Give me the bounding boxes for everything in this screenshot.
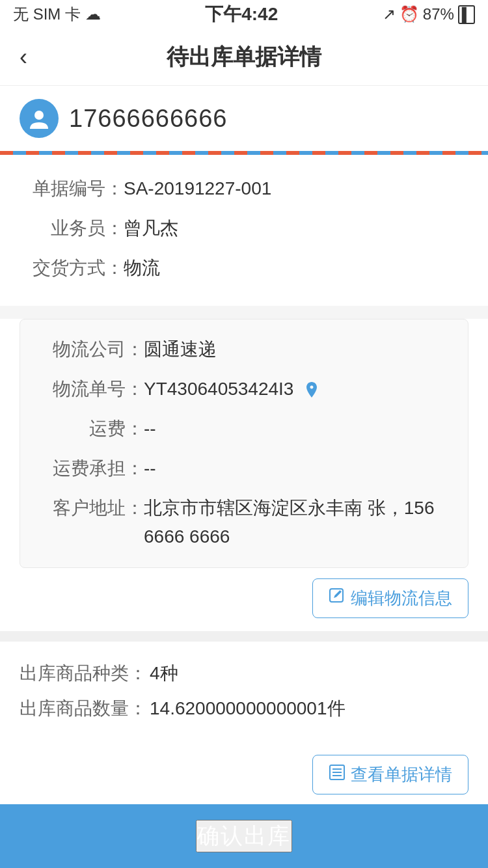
quantity-value: 14.620000000000001件 [150, 696, 346, 721]
status-right: ↗ ⏰ 87% ▌ [383, 5, 475, 24]
order-number-label: 单据编号： [20, 174, 124, 204]
types-value: 4种 [150, 661, 178, 686]
avatar [20, 99, 59, 138]
section-separator [0, 631, 488, 642]
freight-bearer-value: -- [144, 454, 448, 483]
delivery-method-label: 交货方式： [20, 254, 124, 283]
battery-icon: ▌ [458, 5, 475, 24]
logistics-box: 物流公司： 圆通速递 物流单号： YT43064053424I3 运费： -- … [20, 319, 468, 568]
order-number-row: 单据编号： SA-20191227-001 [20, 174, 468, 204]
address-row: 客户地址： 北京市市辖区海淀区永丰南 张，156 6666 6666 [40, 494, 448, 552]
alarm-icon: ⏰ [400, 5, 419, 23]
user-phone: 17666666666 [69, 105, 227, 133]
logistics-tracking-value: YT43064053424I3 [144, 375, 448, 404]
logistics-company-label: 物流公司： [40, 335, 144, 364]
svg-point-0 [34, 111, 44, 120]
user-header: 17666666666 [0, 86, 488, 151]
status-bar: 无 SIM 卡 ☁ 下午4:42 ↗ ⏰ 87% ▌ [0, 0, 488, 29]
edit-btn-wrap: 编辑物流信息 [0, 568, 488, 631]
stats-section: 出库商品种类： 4种 出库商品数量： 14.620000000000001件 [0, 642, 488, 744]
nav-bar: ‹ 待出库单据详情 [0, 29, 488, 86]
order-number-value: SA-20191227-001 [124, 174, 468, 204]
logistics-company-row: 物流公司： 圆通速递 [40, 335, 448, 364]
freight-row: 运费： -- [40, 414, 448, 444]
status-time: 下午4:42 [205, 2, 278, 27]
address-label: 客户地址： [40, 494, 144, 523]
location-icon: ↗ [383, 5, 396, 23]
delivery-method-value: 物流 [124, 254, 468, 283]
status-left: 无 SIM 卡 ☁ [13, 4, 101, 25]
delivery-method-row: 交货方式： 物流 [20, 254, 468, 283]
freight-label: 运费： [40, 414, 144, 444]
page-title: 待出库单据详情 [167, 42, 321, 72]
view-detail-button[interactable]: 查看单据详情 [312, 755, 468, 794]
edit-logistics-label: 编辑物流信息 [351, 587, 452, 610]
back-button[interactable]: ‹ [20, 37, 40, 77]
logistics-company-value: 圆通速递 [144, 335, 448, 364]
quantity-row: 出库商品数量： 14.620000000000001件 [20, 696, 468, 721]
bottom-confirm-wrap: 确认出库 [0, 804, 488, 868]
order-info-section: 单据编号： SA-20191227-001 业务员： 曾凡杰 交货方式： 物流 [0, 155, 488, 306]
address-value: 北京市市辖区海淀区永丰南 张，156 6666 6666 [144, 494, 448, 552]
sales-person-row: 业务员： 曾凡杰 [20, 214, 468, 243]
sales-person-value: 曾凡杰 [124, 214, 468, 243]
confirm-outbound-button[interactable]: 确认出库 [196, 820, 292, 852]
sim-status: 无 SIM 卡 ☁ [13, 4, 101, 25]
battery-level: 87% [423, 5, 454, 23]
logistics-tracking-label: 物流单号： [40, 375, 144, 404]
sales-person-label: 业务员： [20, 214, 124, 243]
freight-bearer-row: 运费承担： -- [40, 454, 448, 483]
quantity-label: 出库商品数量： [20, 696, 150, 721]
edit-logistics-button[interactable]: 编辑物流信息 [312, 578, 468, 618]
map-pin-icon[interactable] [301, 379, 322, 400]
types-label: 出库商品种类： [20, 661, 150, 686]
edit-icon [329, 588, 346, 609]
logistics-tracking-row: 物流单号： YT43064053424I3 [40, 375, 448, 404]
types-row: 出库商品种类： 4种 [20, 661, 468, 686]
view-detail-label: 查看单据详情 [351, 763, 452, 786]
list-icon [329, 764, 346, 785]
freight-value: -- [144, 414, 448, 444]
freight-bearer-label: 运费承担： [40, 454, 144, 483]
